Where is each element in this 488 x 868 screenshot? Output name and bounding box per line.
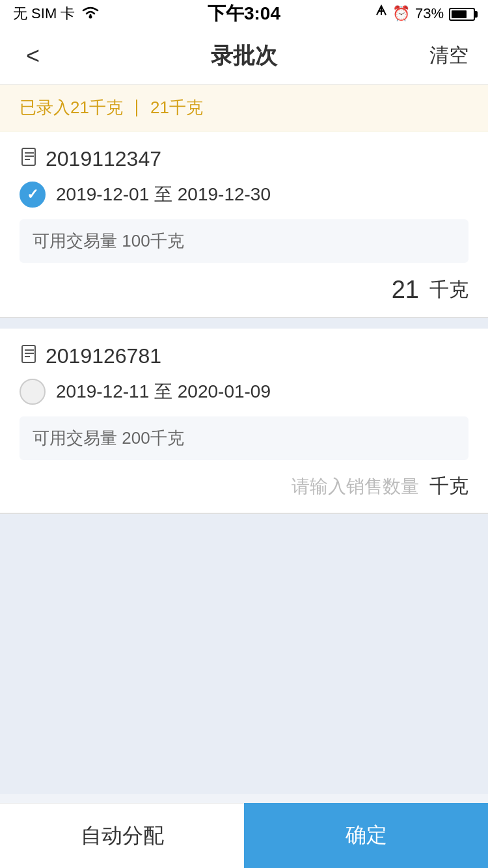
qty-unit-2: 千克 xyxy=(429,473,468,500)
status-bar: 无 SIM 卡 下午3:04 ⏰ 73% xyxy=(0,0,488,27)
clear-button[interactable]: 清空 xyxy=(429,42,468,69)
main-content: 已录入21千克 21千克 2019112347 2019-12-01 至 201… xyxy=(0,85,488,859)
svg-point-0 xyxy=(89,16,92,19)
qty-value-1[interactable]: 21 xyxy=(392,276,419,304)
battery-icon xyxy=(449,5,475,22)
page-title: 录批次 xyxy=(211,41,277,71)
battery-percent: 73% xyxy=(415,5,444,22)
info-divider xyxy=(136,100,137,116)
confirm-button[interactable]: 确定 xyxy=(244,803,488,868)
location-icon xyxy=(375,5,387,23)
batch-id-1: 2019112347 xyxy=(46,147,161,171)
carrier-text: 无 SIM 卡 xyxy=(13,4,75,23)
avail-text-2: 可用交易量 200千克 xyxy=(33,428,184,448)
qty-unit-1: 千克 xyxy=(429,277,468,303)
batch-date-row-1[interactable]: 2019-12-01 至 2019-12-30 xyxy=(20,182,468,208)
status-time: 下午3:04 xyxy=(208,1,280,26)
document-icon-2 xyxy=(20,344,39,368)
empty-area xyxy=(0,514,488,794)
batch-item-1: 2019112347 2019-12-01 至 2019-12-30 可用交易量… xyxy=(0,131,488,263)
info-banner: 已录入21千克 21千克 xyxy=(0,85,488,131)
radio-btn-2[interactable] xyxy=(20,379,46,405)
batch-header-1: 2019112347 xyxy=(20,147,468,171)
radio-btn-1[interactable] xyxy=(20,182,46,208)
qty-placeholder-2[interactable]: 请输入销售数量 xyxy=(291,474,419,499)
avail-text-1: 可用交易量 100千克 xyxy=(33,231,184,251)
avail-box-2: 可用交易量 200千克 xyxy=(20,416,468,460)
auto-distribute-button[interactable]: 自动分配 xyxy=(0,803,244,868)
batch-date-1: 2019-12-01 至 2019-12-30 xyxy=(56,182,271,207)
qty-row-1: 21 千克 xyxy=(0,263,488,318)
alarm-icon: ⏰ xyxy=(392,5,410,22)
bottom-bar: 自动分配 确定 xyxy=(0,803,488,868)
wifi-icon xyxy=(81,5,100,23)
batch-id-2: 2019126781 xyxy=(46,344,161,368)
document-icon-1 xyxy=(20,147,39,171)
nav-bar: < 录批次 清空 xyxy=(0,27,488,85)
avail-box-1: 可用交易量 100千克 xyxy=(20,219,468,263)
batch-header-2: 2019126781 xyxy=(20,344,468,368)
qty-row-2[interactable]: 请输入销售数量 千克 xyxy=(0,460,488,514)
section-divider xyxy=(0,318,488,329)
batch-item-2: 2019126781 2019-12-11 至 2020-01-09 可用交易量… xyxy=(0,329,488,460)
batch-date-row-2[interactable]: 2019-12-11 至 2020-01-09 xyxy=(20,379,468,405)
status-right: ⏰ 73% xyxy=(375,5,475,23)
recorded-value: 21千克 xyxy=(150,96,203,119)
batch-date-2: 2019-12-11 至 2020-01-09 xyxy=(56,379,271,404)
back-button[interactable]: < xyxy=(20,36,46,76)
status-left: 无 SIM 卡 xyxy=(13,4,100,23)
recorded-label: 已录入21千克 xyxy=(20,96,123,119)
